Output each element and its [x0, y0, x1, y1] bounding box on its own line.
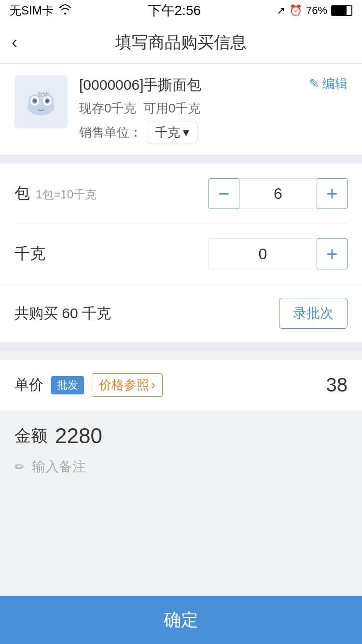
- price-row: 单价 批发 价格参照 › 38: [14, 373, 348, 397]
- price-section: 单价 批发 价格参照 › 38: [0, 360, 362, 410]
- pack-quantity-input[interactable]: [239, 178, 317, 209]
- svg-text:智计: 智计: [37, 91, 49, 98]
- unit-selector[interactable]: 千克 ▾: [147, 122, 197, 143]
- chevron-down-icon: ▾: [183, 125, 189, 140]
- svg-point-8: [46, 100, 49, 102]
- kg-input-row: 千克 +: [14, 224, 348, 284]
- pack-label: 包 1包=10千克: [14, 183, 97, 204]
- remark-row[interactable]: ✏ 输入备注: [14, 458, 348, 476]
- confirm-button[interactable]: 确定: [0, 596, 362, 644]
- chevron-right-icon: ›: [151, 378, 155, 392]
- pack-sublabel: 1包=10千克: [36, 187, 97, 202]
- back-button[interactable]: ‹: [12, 32, 17, 53]
- edit-icon: ✎: [309, 76, 320, 91]
- product-name: [0000006]手撕面包: [79, 75, 348, 95]
- battery-percent: 76%: [306, 4, 327, 17]
- divider-1: [0, 155, 362, 164]
- pack-input-row: 包 1包=10千克 − +: [14, 164, 348, 224]
- page-title: 填写商品购买信息: [115, 31, 247, 54]
- alarm-icon: ⏰: [289, 4, 302, 17]
- kg-label: 千克: [14, 243, 45, 265]
- product-card: 智计 [0000006]手撕面包 现存0千克 可用0千克 销售单位： 千克 ▾ …: [0, 64, 362, 155]
- location-icon: ↗: [277, 4, 285, 17]
- kg-control: +: [209, 238, 348, 269]
- nav-bar: ‹ 填写商品购买信息: [0, 21, 362, 64]
- record-batch-button[interactable]: 录批次: [279, 298, 348, 329]
- pack-control: − +: [209, 178, 348, 209]
- edit-button[interactable]: ✎ 编辑: [309, 75, 348, 92]
- battery-icon: [331, 5, 352, 16]
- product-info: [0000006]手撕面包 现存0千克 可用0千克 销售单位： 千克 ▾: [79, 75, 348, 143]
- product-thumbnail: 智计: [14, 75, 68, 128]
- status-carrier: 无SIM卡: [10, 3, 72, 18]
- summary-text: 共购买 60 千克: [14, 304, 111, 323]
- summary-row: 共购买 60 千克 录批次: [0, 284, 362, 342]
- amount-value: 2280: [55, 424, 102, 448]
- price-label: 单价: [14, 375, 43, 395]
- price-ref-button[interactable]: 价格参照 ›: [92, 373, 163, 397]
- product-stock: 现存0千克 可用0千克: [79, 100, 348, 117]
- status-bar: 无SIM卡 下午2:56 ↗ ⏰ 76%: [0, 0, 362, 21]
- price-value: 38: [326, 374, 348, 396]
- product-unit-row: 销售单位： 千克 ▾: [79, 122, 348, 143]
- carrier-text: 无SIM卡: [10, 3, 54, 18]
- pack-plus-button[interactable]: +: [317, 178, 348, 209]
- status-time: 下午2:56: [148, 1, 201, 20]
- amount-row: 金额 2280: [14, 424, 348, 448]
- amount-section: 金额 2280 ✏ 输入备注: [0, 410, 362, 490]
- status-indicators: ↗ ⏰ 76%: [277, 4, 352, 17]
- price-tag: 批发: [51, 376, 84, 394]
- kg-plus-button[interactable]: +: [317, 238, 348, 269]
- pencil-icon: ✏: [14, 460, 25, 475]
- wifi-icon: [58, 4, 72, 17]
- kg-quantity-input[interactable]: [209, 238, 317, 269]
- input-section: 包 1包=10千克 − + 千克 +: [0, 164, 362, 284]
- divider-2: [0, 342, 362, 351]
- remark-placeholder: 输入备注: [32, 458, 86, 476]
- svg-point-7: [34, 100, 36, 102]
- amount-label: 金额: [14, 425, 47, 447]
- pack-minus-button[interactable]: −: [209, 178, 239, 209]
